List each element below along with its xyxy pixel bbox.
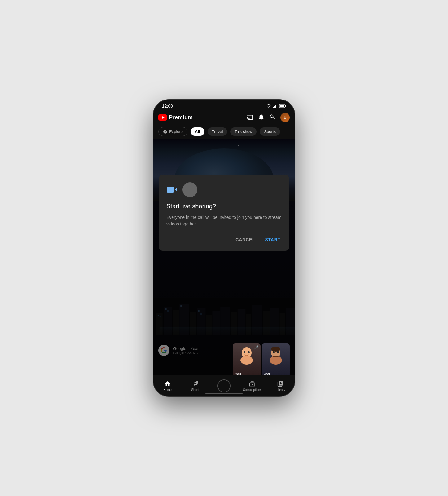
dialog-avatar xyxy=(182,182,197,197)
cast-icon[interactable] xyxy=(246,114,253,121)
wifi-icon xyxy=(266,104,271,108)
phone-wrapper: 12:00 xyxy=(150,96,298,400)
filter-travel-label: Travel xyxy=(212,129,223,134)
content-area: Start live sharing? Everyone in the call… xyxy=(153,139,295,396)
dialog-title: Start live sharing? xyxy=(166,203,282,210)
search-icon[interactable] xyxy=(269,114,275,122)
nav-home[interactable]: Home xyxy=(153,380,182,392)
bell-icon[interactable] xyxy=(258,113,264,122)
nav-library-label: Library xyxy=(276,388,285,392)
dialog-icons-row xyxy=(166,182,282,197)
svg-rect-1 xyxy=(274,106,275,108)
status-time: 12:00 xyxy=(162,104,173,108)
filter-bar: Explore All Travel Talk show Sports xyxy=(153,125,295,139)
app-title: Premium xyxy=(169,114,193,121)
svg-rect-6 xyxy=(280,105,284,107)
subscriptions-nav-icon xyxy=(249,380,256,387)
svg-rect-0 xyxy=(273,107,274,108)
create-button-icon[interactable] xyxy=(217,379,231,392)
video-camera-icon xyxy=(166,185,178,194)
home-nav-icon xyxy=(164,380,171,387)
svg-point-38 xyxy=(248,351,250,353)
filter-chip-all[interactable]: All xyxy=(191,127,204,136)
svg-rect-2 xyxy=(275,105,276,108)
filter-chip-sports[interactable]: Sports xyxy=(260,127,280,136)
dialog-body: Everyone in the call will be invited to … xyxy=(166,214,282,227)
filter-talkshow-label: Talk show xyxy=(235,129,252,134)
svg-point-37 xyxy=(244,351,245,353)
youtube-logo-icon xyxy=(158,114,167,121)
dialog-actions: CANCEL START xyxy=(166,235,282,245)
phone-frame: 12:00 xyxy=(153,99,295,397)
mic-active-icon: 🎤 xyxy=(254,345,259,350)
live-sharing-dialog: Start live sharing? Everyone in the call… xyxy=(159,175,289,251)
svg-rect-5 xyxy=(285,105,286,107)
status-bar: 12:00 xyxy=(153,100,295,110)
call-thumb-you: You 🎤 xyxy=(233,343,261,378)
avatar-icon[interactable]: U xyxy=(280,113,290,122)
nav-create[interactable] xyxy=(210,379,238,392)
filter-chip-travel[interactable]: Travel xyxy=(208,127,227,136)
start-button[interactable]: START xyxy=(264,235,282,245)
nav-shorts-label: Shorts xyxy=(191,388,200,392)
app-header: Premium xyxy=(153,110,295,125)
cancel-button[interactable]: CANCEL xyxy=(234,235,256,245)
shorts-nav-icon xyxy=(192,380,199,387)
signal-icon xyxy=(273,104,277,108)
nav-subscriptions-label: Subscriptions xyxy=(243,388,261,392)
svg-rect-3 xyxy=(277,104,277,108)
nav-home-label: Home xyxy=(163,388,172,392)
svg-point-36 xyxy=(240,356,253,365)
filter-chip-talkshow[interactable]: Talk show xyxy=(230,127,257,136)
call-thumb-jad: Jad xyxy=(262,343,290,378)
svg-point-42 xyxy=(273,351,275,353)
filter-explore-label: Explore xyxy=(169,129,183,134)
nav-library[interactable]: Library xyxy=(266,380,295,392)
header-icons: U xyxy=(246,113,290,122)
home-indicator xyxy=(205,393,243,394)
phone-screen: 12:00 xyxy=(153,100,295,396)
nav-shorts[interactable]: Shorts xyxy=(182,380,210,392)
face-jad xyxy=(262,343,290,367)
filter-chip-explore[interactable]: Explore xyxy=(158,127,187,136)
call-thumbnails: You 🎤 xyxy=(233,343,290,378)
filter-sports-label: Sports xyxy=(264,129,276,134)
logo-area: Premium xyxy=(158,114,193,121)
filter-all-label: All xyxy=(195,129,200,134)
library-nav-icon xyxy=(277,380,284,387)
nav-subscriptions[interactable]: Subscriptions xyxy=(238,380,266,392)
status-icons xyxy=(266,104,286,108)
battery-icon xyxy=(279,104,286,108)
svg-point-40 xyxy=(271,347,280,352)
svg-point-43 xyxy=(277,351,279,353)
